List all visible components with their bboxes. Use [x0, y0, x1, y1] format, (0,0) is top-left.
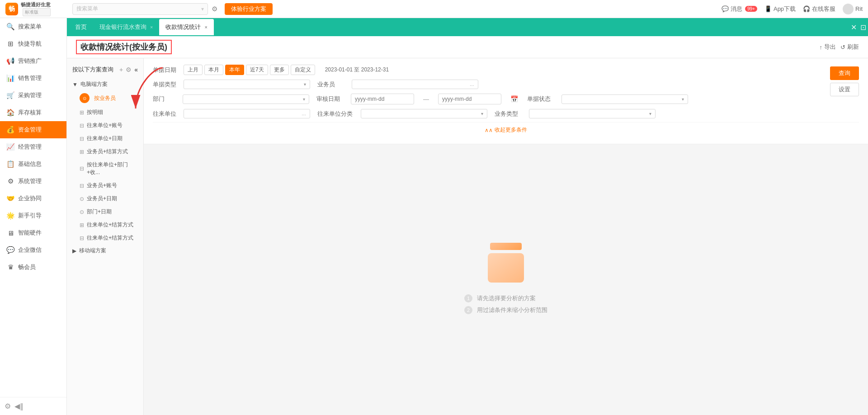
sidebar-search-label: 搜索菜单 [18, 23, 42, 31]
tree-item-salesperson[interactable]: ⊙ 按业务员 [69, 90, 142, 106]
date-btn-custom[interactable]: 自定义 [291, 65, 315, 75]
export-icon: ↑ [820, 44, 823, 51]
settings-btn[interactable]: 设置 [830, 83, 859, 96]
purchase-icon: 🛒 [6, 91, 14, 99]
date-btn-more[interactable]: 更多 [270, 65, 289, 75]
sidebar-item-wechat[interactable]: 💬 企业微信 [0, 241, 66, 259]
sidebar-item-finance[interactable]: 💰 资金管理 [0, 121, 66, 138]
vip-icon: ♛ [6, 263, 14, 271]
sidebar-enterprise-label: 企业协同 [18, 194, 42, 203]
business-type-select[interactable]: ▾ [529, 109, 656, 118]
sidebar-item-marketing[interactable]: 📢 营销推广 [0, 52, 66, 70]
message-badge: 99+ [745, 6, 757, 12]
tree-item-partner-date[interactable]: ⊟ 往来单位+日期 [69, 132, 142, 145]
mobile-section-header[interactable]: ▶ 移动端方案 [69, 245, 142, 257]
industry-solution-btn[interactable]: 体验行业方案 [225, 3, 273, 15]
sidebar-base-label: 基础信息 [18, 160, 42, 168]
base-icon: 📋 [6, 160, 14, 168]
step-2-text: 用过滤条件来缩小分析范围 [477, 306, 547, 314]
sidebar-hardware-label: 智能硬件 [18, 229, 42, 237]
empty-step-1: 1 请先选择要分析的方案 [464, 294, 547, 302]
review-date-start[interactable] [351, 94, 414, 104]
active-indicator: ⊙ [80, 93, 90, 103]
tree-item-partner-settlement2[interactable]: ⊟ 往来单位+结算方式 [69, 231, 142, 245]
panel-settings-btn[interactable]: ⚙ [126, 66, 132, 73]
tree-item-partner-dept[interactable]: ⊟ 按往来单位+部门+收... [69, 158, 142, 179]
sidebar-item-vip[interactable]: ♛ 畅会员 [0, 259, 66, 276]
doc-type-select[interactable]: ▾ [184, 80, 310, 89]
doc-type-arrow: ▾ [304, 82, 306, 87]
dept-select[interactable]: ▾ [183, 94, 309, 104]
sidebar-inventory-label: 库存核算 [18, 108, 42, 117]
service-icon: 🎧 [803, 5, 810, 12]
tab-cashflow-label: 现金银行流水查询 [99, 23, 146, 31]
sidebar-item-enterprise[interactable]: 🤝 企业协同 [0, 190, 66, 207]
date-buttons: 上月 本月 本年 近7天 更多 自定义 [184, 65, 315, 75]
sidebar-item-system[interactable]: ⚙ 系统管理 [0, 173, 66, 190]
tab-bar-expand-icon[interactable]: ⊡ [860, 23, 866, 32]
tree-item-partner-account[interactable]: ⊟ 往来单位+账号 [69, 119, 142, 132]
tree-item-salesperson-date[interactable]: ⊙ 业务员+日期 [69, 192, 142, 205]
top-bar-right: 💬 消息 99+ 📱 App下载 🎧 在线客服 Rit [722, 4, 863, 14]
user-avatar[interactable]: Rit [843, 4, 863, 14]
date-btn-last-month[interactable]: 上月 [184, 65, 203, 75]
date-btn-this-year[interactable]: 本年 [225, 65, 244, 75]
partner-category-select[interactable]: ▾ [361, 109, 487, 118]
refresh-btn[interactable]: ↺ 刷新 [840, 43, 859, 51]
sidebar-item-search[interactable]: 🔍 搜索菜单 [0, 18, 66, 35]
tab-cashflow[interactable]: 现金银行流水查询 × [93, 19, 159, 35]
tab-collection[interactable]: 收款情况统计 × [159, 19, 213, 35]
sidebar-item-quicknav[interactable]: ⊞ 快捷导航 [0, 35, 66, 52]
sidebar-item-sales[interactable]: 📊 销售管理 [0, 70, 66, 87]
sidebar-item-guide[interactable]: 🌟 新手引导 [0, 207, 66, 224]
app-download-btn[interactable]: 📱 App下载 [764, 5, 796, 13]
tree-item-salesperson-settlement[interactable]: ⊞ 业务员+结算方式 [69, 145, 142, 158]
messages-btn[interactable]: 💬 消息 99+ [722, 5, 757, 13]
step-1-text: 请先选择要分析的方案 [477, 294, 536, 302]
desktop-section-header[interactable]: ▼ 电脑端方案 [69, 78, 142, 90]
sidebar-item-base[interactable]: 📋 基础信息 [0, 156, 66, 173]
sidebar-item-inventory[interactable]: 🏠 库存核算 [0, 104, 66, 121]
partner-select[interactable]: … [184, 109, 310, 118]
online-service-btn[interactable]: 🎧 在线客服 [803, 5, 835, 13]
sidebar-item-hardware[interactable]: 🖥 智能硬件 [0, 224, 66, 241]
tree-item-partner-settlement1[interactable]: ⊞ 往来单位+结算方式 [69, 218, 142, 231]
sidebar-item-operations[interactable]: 📈 经营管理 [0, 138, 66, 156]
tree-item-salesperson-account[interactable]: ⊟ 业务员+账号 [69, 179, 142, 192]
collapse-filter-btn[interactable]: ∧∧ 收起更多条件 [153, 122, 859, 137]
page-actions: ↑ 导出 ↺ 刷新 [820, 43, 859, 51]
doc-status-select[interactable]: ▾ [561, 94, 688, 104]
tab-collection-close[interactable]: × [204, 24, 207, 30]
panel-collapse-btn[interactable]: « [134, 66, 138, 73]
tree-icon-partner-account: ⊟ [80, 123, 84, 129]
download-icon: 📱 [764, 5, 772, 12]
sidebar-item-purchase[interactable]: 🛒 采购管理 [0, 87, 66, 104]
date-btn-7days[interactable]: 近7天 [246, 65, 268, 75]
tree-item-detail[interactable]: ⊞ 按明细 [69, 106, 142, 119]
calendar-icon1[interactable]: 📅 [510, 95, 518, 103]
doc-status-arrow: ▾ [682, 97, 684, 102]
sidebar-collapse-icon[interactable]: ◀‖ [14, 402, 24, 410]
query-btn[interactable]: 查询 [830, 66, 859, 80]
sidebar-gear-icon[interactable]: ⚙ [5, 402, 11, 410]
date-btn-this-month[interactable]: 本月 [204, 65, 223, 75]
export-btn[interactable]: ↑ 导出 [820, 43, 836, 51]
sidebar: 🔍 搜索菜单 ⊞ 快捷导航 📢 营销推广 📊 销售管理 🛒 采购管理 🏠 库存核… [0, 18, 67, 415]
salesperson-select[interactable]: … [352, 80, 478, 89]
settings-gear-icon[interactable]: ⚙ [212, 5, 217, 13]
partner-dots[interactable]: … [302, 111, 306, 116]
tab-cashflow-close[interactable]: × [150, 24, 153, 30]
panel-title: 按以下方案查询 [72, 66, 113, 74]
search-bar[interactable]: 搜索菜单 ▾ [72, 3, 208, 15]
date-range-text: 2023-01-01 至 2023-12-31 [325, 66, 389, 74]
filter-row-type: 单据类型 ▾ 业务员 … [153, 80, 823, 89]
top-bar-center: 搜索菜单 ▾ ⚙ 体验行业方案 [72, 3, 722, 15]
sidebar-system-label: 系统管理 [18, 177, 42, 185]
tab-bar-close-icon[interactable]: ✕ [851, 23, 857, 32]
empty-state: 1 请先选择要分析的方案 2 用过滤条件来缩小分析范围 [144, 144, 868, 415]
tree-item-dept-date[interactable]: ⊙ 部门+日期 [69, 205, 142, 218]
desktop-arrow-icon: ▼ [72, 81, 78, 88]
review-date-end[interactable] [438, 94, 501, 104]
panel-add-btn[interactable]: + [119, 66, 123, 73]
tab-home[interactable]: 首页 [69, 20, 93, 34]
